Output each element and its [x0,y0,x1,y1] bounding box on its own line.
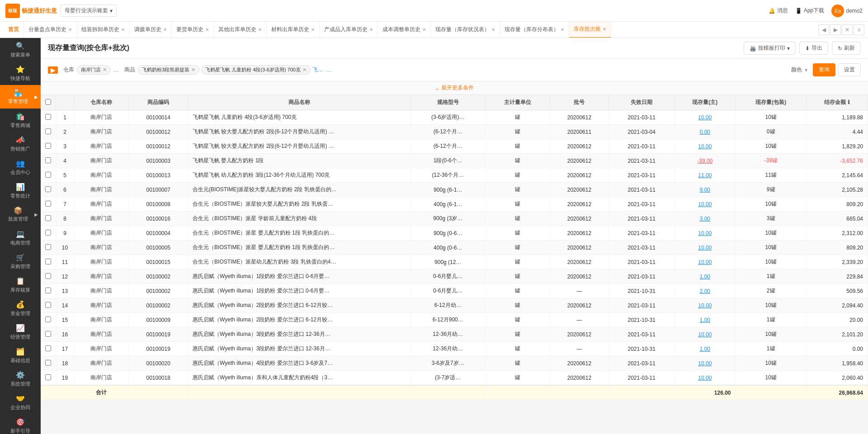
row-checkbox-1[interactable] [41,125,56,139]
row-select-17[interactable] [45,360,51,366]
row-select-0[interactable] [45,114,51,120]
messages-btn[interactable]: 🔔 消息 [769,7,788,14]
close-icon[interactable]: ✕ [205,27,209,32]
row-checkbox-0[interactable] [41,110,56,125]
color-dropdown-arrow[interactable]: ▾ [805,67,807,73]
row-select-13[interactable] [45,302,51,308]
row-checkbox-14[interactable] [41,313,56,327]
row-checkbox-17[interactable] [41,356,56,371]
tab-scroll-left[interactable]: ◀ [818,24,829,35]
sidebar-item-inventory[interactable]: 📋 库存核算 [0,273,41,297]
row-checkbox-12[interactable] [41,284,56,298]
row-qty-main-15[interactable]: 10.00 [675,327,736,342]
row-qty-main-17[interactable]: 10.00 [675,356,736,371]
tab-home[interactable]: 首页 [4,22,24,38]
tab-cailiao-chuku[interactable]: 材料出库单历史 ✕ [267,22,320,38]
tab-scroll-right[interactable]: ▶ [830,24,841,35]
sidebar-item-stats[interactable]: 📊 零售统计 [0,179,41,203]
row-qty-main-13[interactable]: 10.00 [675,298,736,313]
sidebar-item-shop[interactable]: 🛍️ 零售商城 [0,108,41,132]
tab-menu[interactable]: ≡ [854,24,864,35]
tab-xiancunliang-fenbiao[interactable]: 现存量（库存分布表） ✕ [500,22,569,38]
row-qty-main-0[interactable]: 10.00 [675,110,736,125]
row-select-6[interactable] [45,201,51,207]
row-qty-main-12[interactable]: 2.00 [675,284,736,298]
refresh-btn[interactable]: ↻ 刷新 [832,42,861,55]
close-icon[interactable]: ✕ [311,27,315,32]
row-checkbox-16[interactable] [41,342,56,356]
row-qty-main-6[interactable]: 10.00 [675,197,736,212]
sidebar-item-operations[interactable]: 📈 经营管理 [0,320,41,344]
export-btn[interactable]: ⬇ 导出 [799,42,828,55]
query-btn[interactable]: 查询 [813,63,835,76]
sidebar-item-retail[interactable]: 🏪 零售管理 ▶ [0,85,41,108]
row-select-16[interactable] [45,345,51,351]
expand-conditions-btn[interactable]: ⌄ 展开更多条件 [48,84,861,92]
close-icon[interactable]: ✕ [258,27,262,32]
tab-xiancunliang-kuzhuang[interactable]: 现存量（库存状况表） ✕ [431,22,500,38]
tab-qita-chuku[interactable]: 其他出库单历史 ✕ [214,22,267,38]
tab-yaohuo[interactable]: 要货单历史 ✕ [172,22,214,38]
row-select-18[interactable] [45,374,51,380]
row-select-7[interactable] [45,215,51,221]
sidebar-item-cooperation[interactable]: 🤝 企业协同 [0,391,41,414]
warehouse-more-btn[interactable]: … [113,67,119,73]
settings-btn[interactable]: 设置 [838,63,861,76]
user-area[interactable]: Ea demo2 [831,5,863,17]
sidebar-item-finance[interactable]: 💰 资金管理 [0,297,41,320]
row-qty-main-10[interactable]: 10.00 [675,255,736,269]
row-checkbox-6[interactable] [41,197,56,212]
account-selector[interactable]: 母婴行业演示账套 ▾ [61,5,117,17]
close-icon[interactable]: ✕ [163,27,167,32]
sidebar-item-newguide[interactable]: 🎯 新手引导 [0,414,41,434]
close-icon[interactable]: ✕ [491,27,495,32]
row-qty-main-7[interactable]: 3.00 [675,212,736,226]
row-select-3[interactable] [45,157,51,163]
row-select-15[interactable] [45,331,51,337]
goods-tag-1-remove[interactable]: ✕ [191,67,195,73]
row-checkbox-3[interactable] [41,154,56,168]
sidebar-item-quicknav[interactable]: ⭐ 快捷导航 [0,61,41,85]
row-checkbox-8[interactable] [41,226,56,241]
row-qty-main-1[interactable]: 0.00 [675,125,736,139]
select-all-checkbox[interactable] [45,99,51,105]
row-checkbox-11[interactable] [41,269,56,284]
sidebar-item-search[interactable]: 🔍 搜索菜单 [0,38,41,61]
row-qty-main-9[interactable]: 10.00 [675,241,736,255]
row-select-11[interactable] [45,273,51,279]
warehouse-tag-nanan[interactable]: 南岸门店 ✕ [77,65,111,75]
tab-zuchaichu[interactable]: 组装拆卸单历史 ✕ [77,22,130,38]
goods-tag-1[interactable]: 飞鹤奶粉3段简易提装 ✕ [138,65,199,75]
warehouse-tag-remove[interactable]: ✕ [103,67,107,73]
sidebar-item-marketing[interactable]: 📣 营销推广 [0,132,41,156]
row-qty-main-4[interactable]: 11.00 [675,168,736,183]
goods-tag-2[interactable]: 飞鹤星飞帆 儿童奶粉 4段(3-6岁适用) 700克 ✕ [201,65,311,75]
close-icon[interactable]: ✕ [603,27,606,32]
row-select-12[interactable] [45,288,51,293]
row-checkbox-10[interactable] [41,255,56,269]
row-checkbox-5[interactable] [41,183,56,197]
close-icon[interactable]: ✕ [68,27,72,32]
row-select-5[interactable] [45,186,51,192]
tab-chanchengpin[interactable]: 产成品入库单历史 ✕ [320,22,378,38]
row-select-4[interactable] [45,172,51,178]
print-btn[interactable]: 🖨️ 按模板打印 ▾ [744,42,796,55]
row-select-2[interactable] [45,143,51,149]
sidebar-item-member[interactable]: 👥 会员中心 [0,156,41,179]
tab-close-all[interactable]: ✕ [842,24,853,35]
row-checkbox-9[interactable] [41,241,56,255]
row-qty-main-11[interactable]: 1.00 [675,269,736,284]
row-checkbox-7[interactable] [41,212,56,226]
row-qty-main-14[interactable]: 1.00 [675,313,736,327]
close-icon[interactable]: ✕ [561,27,564,32]
row-select-1[interactable] [45,128,51,134]
row-qty-main-8[interactable]: 10.00 [675,226,736,241]
row-select-8[interactable] [45,230,51,236]
row-select-9[interactable] [45,244,51,250]
goods-more-tag[interactable]: 飞… [312,66,323,74]
row-qty-main-18[interactable]: 10.00 [675,371,736,386]
tab-kucun-pici[interactable]: 库存批次账 ✕ [569,22,611,38]
row-checkbox-18[interactable] [41,371,56,386]
row-qty-main-5[interactable]: 9.00 [675,183,736,197]
filter-expand-arrow[interactable]: ▶ [48,66,58,74]
